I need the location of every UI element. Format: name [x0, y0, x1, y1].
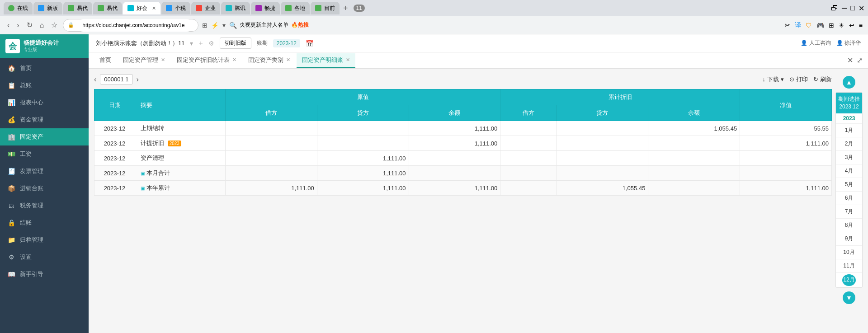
period-header-line2: 2023.12 — [837, 103, 861, 111]
browser-tab-changjie[interactable]: 畅捷 — [251, 2, 280, 14]
expand-panel-button[interactable]: ⤢ — [857, 56, 863, 65]
sidebar-item-fixed-assets[interactable]: 🏢 固定资产 — [0, 128, 89, 145]
tab-depreciation[interactable]: 固定资产折旧统计表 ✕ — [171, 53, 242, 68]
browser-tab-tencent[interactable]: 腾讯 — [221, 2, 250, 14]
tab-detail-ledger[interactable]: 固定资产明细账 ✕ — [297, 53, 355, 68]
period-year[interactable]: 2023 — [836, 113, 862, 124]
refresh-button[interactable]: ↻ 刷新 — [813, 75, 832, 84]
period-month-5[interactable]: 5月 — [836, 178, 862, 192]
tab-category[interactable]: 固定资产类别 ✕ — [243, 53, 296, 68]
row-net-value: 1,111.00 — [740, 136, 832, 151]
sidebar-item-ledger[interactable]: 📋 总账 — [0, 77, 89, 94]
browser-tab-gedi[interactable]: 各地 — [281, 2, 310, 14]
sidebar-item-reports[interactable]: 📊 报表中心 — [0, 94, 89, 111]
sidebar-item-guide[interactable]: 📖 新手引导 — [0, 266, 89, 283]
row-accum-debit — [500, 121, 557, 136]
translate-icon[interactable]: 译 — [795, 21, 801, 29]
grid-icon[interactable]: ⊞ — [829, 22, 834, 29]
browser-tab-muqian[interactable]: 目前 — [311, 2, 340, 14]
download-button[interactable]: ↓ 下载 ▾ — [763, 75, 784, 84]
sidebar-item-invoice[interactable]: 🧾 发票管理 — [0, 163, 89, 180]
tab-close-icon[interactable]: ✕ — [286, 57, 290, 63]
sun-icon[interactable]: ☀ — [839, 22, 844, 29]
maximize-icon[interactable]: □ — [850, 4, 855, 12]
restore-window-icon[interactable]: 🗗 — [831, 4, 838, 12]
settings-account-icon[interactable]: ⚙ — [208, 40, 214, 47]
scroll-up-button[interactable]: ▲ — [843, 76, 855, 89]
period-month-2[interactable]: 2月 — [836, 137, 862, 151]
forward-button[interactable]: › — [15, 19, 21, 31]
row-accum-balance — [648, 181, 740, 196]
lightning-icon[interactable]: ⚡ — [211, 22, 219, 29]
salary-nav-icon: 💵 — [7, 150, 15, 158]
undo-icon[interactable]: ↩ — [849, 22, 854, 29]
row-accum-debit — [500, 181, 557, 196]
browser-tab-online[interactable]: 在线 — [4, 2, 33, 14]
back-button[interactable]: ‹ — [5, 19, 11, 31]
tab-label: 易代 — [77, 5, 88, 12]
new-tab-button[interactable]: + — [340, 4, 351, 13]
switch-version-button[interactable]: 切到旧版 — [220, 38, 251, 49]
sidebar-item-close[interactable]: 🔒 结账 — [0, 214, 89, 231]
dropdown-user-icon[interactable]: ▾ — [190, 40, 193, 47]
sidebar-item-salary[interactable]: 💵 工资 — [0, 145, 89, 163]
period-month-3[interactable]: 3月 — [836, 151, 862, 164]
scissors-icon[interactable]: ✂ — [785, 22, 790, 29]
browser-tab-yidai1[interactable]: 易代 — [63, 2, 92, 14]
row-orig-credit: 1,111.00 — [317, 181, 409, 196]
tab-fixed-asset-mgmt[interactable]: 固定资产管理 ✕ — [118, 53, 170, 68]
minimize-icon[interactable]: ─ — [842, 4, 847, 12]
close-window-icon[interactable]: ✕ — [859, 4, 864, 13]
sidebar-item-funds[interactable]: 💰 资金管理 — [0, 111, 89, 128]
settings-nav-icon: ⚙ — [7, 253, 15, 261]
home-button[interactable]: ⌂ — [38, 19, 46, 31]
period-month-1[interactable]: 1月 — [836, 124, 862, 137]
sidebar-item-tax[interactable]: 🗂 税务管理 — [0, 197, 89, 214]
tab-home[interactable]: 首页 — [94, 53, 117, 68]
tab-close-icon[interactable]: ✕ — [346, 57, 350, 63]
next-account-button[interactable]: › — [137, 75, 139, 84]
close-nav-icon: 🔒 — [7, 219, 15, 227]
period-month-11[interactable]: 11月 — [836, 259, 862, 273]
browser-tab-new[interactable]: 新版 — [33, 2, 62, 14]
qr-icon[interactable]: ⊞ — [202, 22, 208, 29]
period-month-10[interactable]: 10月 — [836, 246, 862, 259]
period-month-6[interactable]: 6月 — [836, 192, 862, 205]
sidebar-item-home[interactable]: 🏠 首页 — [0, 60, 89, 77]
browser-tab-haohui[interactable]: 好会 ✕ — [123, 2, 160, 14]
browser-tab-geshui[interactable]: 个税 — [161, 2, 190, 14]
period-panel: 期间选择 2023.12 2023 1月 2月 3月 4月 5月 6月 7月 8… — [835, 92, 863, 288]
refresh-button[interactable]: ↻ — [25, 19, 34, 31]
table-row: 2023-12 计提折旧 2023 1,111.00 1,111.00 — [94, 136, 832, 151]
address-input[interactable] — [77, 19, 193, 32]
add-account-icon[interactable]: + — [198, 39, 203, 47]
game-icon[interactable]: 🎮 — [816, 22, 824, 29]
bookmark-button[interactable]: ☆ — [49, 19, 59, 31]
sidebar-item-purchase-sales[interactable]: 📦 进销台账 — [0, 180, 89, 197]
dropdown-icon[interactable]: ▾ — [222, 22, 226, 29]
sidebar-item-settings[interactable]: ⚙ 设置 — [0, 249, 89, 266]
calendar-icon[interactable]: 📅 — [306, 40, 313, 47]
period-month-8[interactable]: 8月 — [836, 219, 862, 232]
browser-tab-yidai2[interactable]: 易代 — [93, 2, 122, 14]
menu-icon[interactable]: ≡ — [859, 22, 863, 29]
tab-close-icon[interactable]: ✕ — [152, 5, 156, 11]
period-month-9[interactable]: 9月 — [836, 232, 862, 246]
browser-tab-qiye[interactable]: 企业 — [191, 2, 220, 14]
print-button[interactable]: ⊙ 打印 — [789, 75, 808, 84]
tab-close-icon[interactable]: ✕ — [161, 57, 165, 63]
scroll-down-button[interactable]: ▼ — [843, 291, 855, 304]
ai-service-label[interactable]: 👤 人工咨询 — [801, 39, 830, 47]
user-avatar[interactable]: 👤 徐泽华 — [836, 39, 861, 47]
prev-account-button[interactable]: ‹ — [94, 75, 96, 84]
shield-icon[interactable]: 🛡 — [806, 22, 812, 29]
tab-close-icon[interactable]: ✕ — [232, 57, 236, 63]
period-month-7[interactable]: 7月 — [836, 205, 862, 219]
tab-label: 个税 — [175, 5, 186, 12]
close-panel-button[interactable]: ✕ — [847, 56, 853, 65]
sidebar-item-archive[interactable]: 📁 归档管理 — [0, 231, 89, 249]
sidebar-item-label: 发票管理 — [20, 167, 43, 175]
period-month-12[interactable]: 12月 — [842, 274, 856, 286]
period-month-4[interactable]: 4月 — [836, 164, 862, 178]
print-icon: ⊙ — [789, 76, 794, 83]
